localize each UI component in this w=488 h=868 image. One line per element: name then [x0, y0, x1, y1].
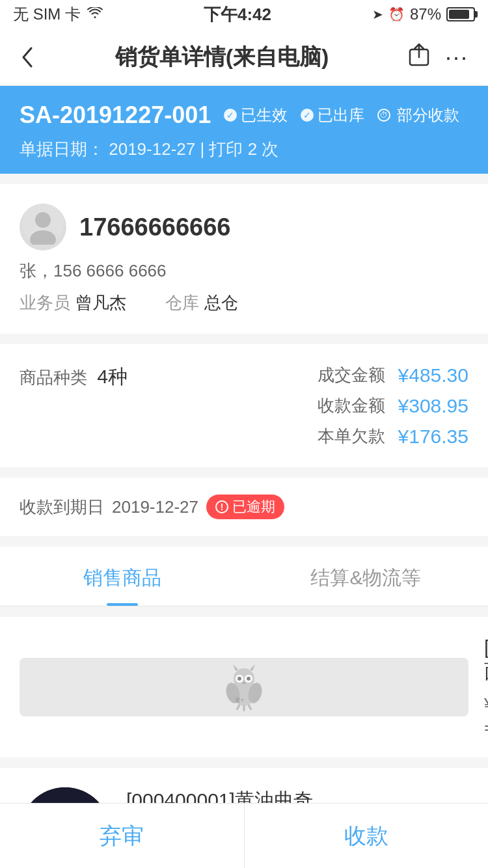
trading-label: 成交金额 [318, 364, 385, 387]
back-button[interactable] [20, 44, 35, 70]
product-name-1: [0000002]面包 [484, 636, 488, 685]
owl-icon: 量+ [215, 658, 273, 716]
badge-label-1: 已生效 [241, 105, 288, 126]
order-id-row: SA-20191227-001 ✓ 已生效 ✓ 已出库 ⏱ 部分收款 [20, 102, 468, 129]
product-price-1: ¥40 x 5袋 = ¥199.99 [484, 693, 488, 738]
header-banner: SA-20191227-001 ✓ 已生效 ✓ 已出库 ⏱ 部分收款 单据日期：… [0, 86, 488, 174]
svg-point-2 [35, 212, 51, 228]
wifi-icon [87, 6, 103, 23]
alarm-icon: ⏰ [388, 7, 405, 22]
bottom-toolbar: 弃审 收款 [0, 803, 488, 868]
confirm-label: 收款 [344, 821, 388, 851]
battery-label: 87% [410, 5, 441, 23]
warehouse-name: 总仓 [204, 292, 238, 314]
badge-label-2: 已出库 [318, 105, 364, 126]
nav-bar: 销货单详情(来自电脑) ··· [0, 29, 488, 86]
customer-name-row: 17666666666 [20, 204, 468, 251]
svg-point-12 [247, 677, 251, 681]
customer-name: 17666666666 [79, 213, 230, 241]
cancel-button[interactable]: 弃审 [0, 804, 245, 868]
trading-amount: ¥485.30 [398, 364, 468, 387]
kind-count: 4种 [97, 366, 128, 387]
print-label: | 打印 [200, 139, 243, 159]
badge-dot-1: ✓ [224, 109, 237, 122]
sales-label: 业务员 [20, 292, 70, 314]
more-icon[interactable]: ··· [445, 44, 468, 71]
battery-fill [449, 10, 469, 19]
customer-meta: 业务员 曾凡杰 仓库 总仓 [20, 292, 468, 314]
collected-label: 收款金额 [318, 394, 385, 417]
svg-point-11 [237, 677, 241, 681]
location-icon: ➤ [372, 7, 383, 22]
order-id-text: SA-20191227-001 [20, 102, 211, 129]
stats-section: 商品种类 4种 成交金额 ¥485.30 收款金额 ¥308.95 本单欠款 ¥… [0, 344, 488, 467]
confirm-button[interactable]: 收款 [245, 804, 489, 868]
collected-amount: ¥308.95 [398, 395, 468, 417]
badge-dot-2: ✓ [301, 109, 314, 122]
stats-amounts: 成交金额 ¥485.30 收款金额 ¥308.95 本单欠款 ¥176.35 [318, 364, 468, 448]
stats-kinds: 商品种类 4种 [20, 364, 128, 390]
owed-amount: ¥176.35 [398, 426, 468, 448]
status-right: ➤ ⏰ 87% [372, 5, 475, 23]
page-title: 销货单详情(来自电脑) [115, 42, 329, 72]
collected-row: 收款金额 ¥308.95 [318, 394, 468, 417]
badge-shipped: ✓ 已出库 [301, 105, 364, 126]
kind-label: 商品种类 [20, 368, 87, 387]
customer-avatar [20, 204, 66, 251]
due-date-section: 收款到期日 2019-12-27 ! 已逾期 [0, 478, 488, 536]
customer-section: 17666666666 张，156 6666 6666 业务员 曾凡杰 仓库 总… [0, 184, 488, 334]
status-left: 无 SIM 卡 [13, 4, 103, 25]
owed-label: 本单欠款 [318, 425, 385, 448]
cancel-label: 弃审 [100, 821, 144, 851]
overdue-icon: ! [215, 500, 228, 513]
owed-row: 本单欠款 ¥176.35 [318, 425, 468, 448]
date-label: 单据日期： [20, 139, 104, 159]
print-suffix: 次 [262, 139, 278, 159]
trading-row: 成交金额 ¥485.30 [318, 364, 468, 387]
tab-settlement[interactable]: 结算&物流等 [244, 547, 488, 606]
product-info-1: [0000002]面包 ¥40 x 5袋 = ¥199.99 [484, 636, 488, 738]
price-base-1: ¥40 x [484, 694, 488, 714]
overdue-label: 已逾期 [232, 497, 275, 517]
tab-settlement-label: 结算&物流等 [310, 567, 421, 588]
tab-sales-goods[interactable]: 销售商品 [0, 547, 244, 606]
tabs-section: 销售商品 结算&物流等 [0, 547, 488, 606]
share-icon[interactable] [409, 43, 429, 72]
carrier-label: 无 SIM 卡 [13, 4, 81, 25]
clock-icon: ⏱ [377, 109, 390, 122]
customer-contact: 张，156 6666 6666 [20, 260, 468, 282]
tab-sales-label: 销售商品 [83, 567, 161, 588]
order-date-row: 单据日期： 2019-12-27 | 打印 2 次 [20, 138, 468, 161]
sales-name: 曾凡杰 [75, 292, 126, 314]
due-label: 收款到期日 [20, 496, 104, 519]
due-date-value: 2019-12-27 [112, 497, 198, 517]
svg-text:量+: 量+ [235, 697, 244, 703]
warehouse-label: 仓库 [165, 292, 199, 314]
warehouse-meta: 仓库 总仓 [165, 292, 238, 314]
status-bar: 无 SIM 卡 下午4:42 ➤ ⏰ 87% [0, 0, 488, 29]
battery-indicator [446, 7, 475, 21]
overdue-badge: ! 已逾期 [206, 495, 284, 519]
nav-actions: ··· [409, 43, 468, 72]
product-item-1: 量+ [0000002]面包 ¥40 x 5袋 = ¥199.99 [0, 617, 488, 757]
order-date-value: 2019-12-27 [109, 139, 195, 159]
badge-effective: ✓ 已生效 [224, 105, 288, 126]
badge-label-3: 部分收款 [397, 105, 459, 126]
price-eq-1: = [484, 718, 488, 737]
product-thumb-1: 量+ [20, 658, 468, 716]
badge-partial: ⏱ 部分收款 [377, 105, 459, 126]
print-count: 2 [248, 139, 257, 159]
avatar-icon [22, 204, 64, 251]
sales-meta: 业务员 曾凡杰 [20, 292, 126, 314]
status-time: 下午4:42 [204, 3, 271, 26]
